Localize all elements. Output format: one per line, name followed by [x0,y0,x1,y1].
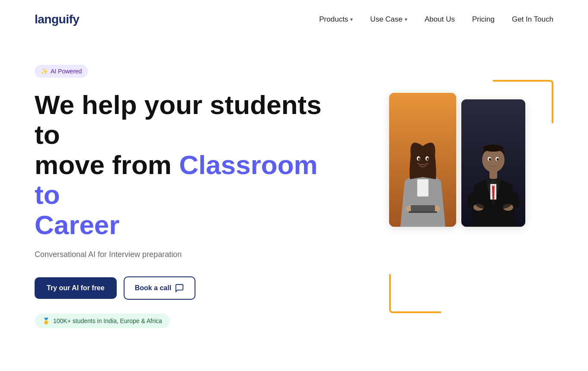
ai-badge-text: AI Powered [51,68,82,75]
hero-title-line1: We help your students to [35,90,322,149]
students-badge: 🥇 100K+ students in India, Europe & Afri… [35,314,170,328]
svg-point-13 [427,158,429,160]
svg-point-12 [418,158,420,160]
nav-pricing[interactable]: Pricing [472,15,495,24]
hero-title-line2: move from [35,150,179,180]
svg-rect-7 [409,211,437,213]
nav-about-us[interactable]: About Us [425,15,455,24]
hero-section: ✨ AI Powered We help your students to mo… [0,39,588,346]
medal-icon: 🥇 [42,317,50,324]
sparkles-icon: ✨ [41,68,48,75]
photos-container [389,93,525,227]
ai-badge: ✨ AI Powered [35,65,88,78]
try-ai-button[interactable]: Try our AI for free [35,277,117,299]
corner-bracket-bottom-left [389,274,441,313]
person-photo-1 [389,93,456,227]
hero-buttons: Try our AI for free Book a call [35,276,346,300]
chat-icon [175,283,184,293]
students-badge-text: 100K+ students in India, Europe & Africa [53,317,162,324]
header: languify Products ▾ Use Case ▾ About Us … [0,0,588,39]
main-nav: Products ▾ Use Case ▾ About Us Pricing G… [319,15,553,24]
nav-use-case[interactable]: Use Case ▾ [370,15,407,24]
logo[interactable]: languify [35,13,79,26]
hero-content: ✨ AI Powered We help your students to mo… [35,65,346,328]
svg-point-20 [483,145,504,152]
hero-title-line3: Career [35,210,119,240]
book-call-label: Book a call [135,284,171,292]
nav-get-in-touch[interactable]: Get In Touch [512,15,553,24]
hero-title: We help your students to move from Class… [35,90,346,240]
hero-subtitle: Conversational AI for Interview preparat… [35,250,346,259]
svg-point-23 [489,158,491,161]
hero-images [389,80,553,313]
chevron-down-icon: ▾ [350,16,353,22]
nav-products[interactable]: Products ▾ [319,15,353,24]
svg-point-24 [497,158,499,161]
person-photo-2 [461,99,525,227]
svg-rect-3 [417,179,428,197]
chevron-down-icon: ▾ [405,16,407,22]
book-call-button[interactable]: Book a call [124,276,195,300]
